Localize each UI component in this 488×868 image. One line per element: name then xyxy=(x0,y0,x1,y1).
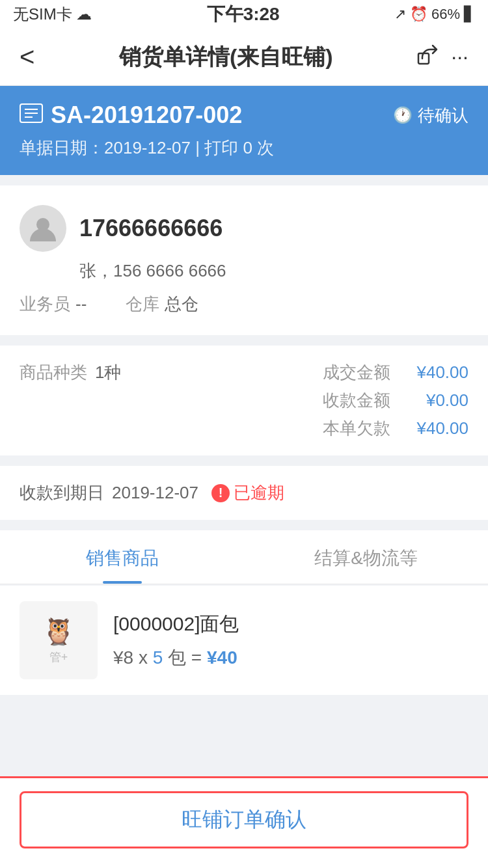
deal-amount-label: 成交金额 xyxy=(312,361,390,384)
tab-sales-products[interactable]: 销售商品 xyxy=(0,530,244,584)
due-date-label: 收款到期日 xyxy=(20,481,104,504)
due-date-card: 收款到期日 2019-12-07 ! 已逾期 xyxy=(0,466,488,520)
status-bar: 无SIM卡 ☁ 下午3:28 ↗ ⏰ 66% ▋ xyxy=(0,0,488,29)
order-id-text: SA-20191207-002 xyxy=(51,102,242,129)
warehouse-meta: 仓库 总仓 xyxy=(126,293,198,316)
product-item: 🦉 管+ [0000002]面包 ¥8 x 5 包 = ¥40 xyxy=(0,586,488,695)
customer-name: 张，156 6666 6666 xyxy=(20,260,468,282)
salesperson-meta: 业务员 -- xyxy=(20,293,87,316)
status-bar-time: 下午3:28 xyxy=(207,2,280,27)
customer-avatar xyxy=(20,205,66,252)
product-types-label: 商品种类 xyxy=(20,361,87,384)
battery-icon: ▋ xyxy=(464,6,475,23)
owed-amount-row: 本单欠款 ¥40.00 xyxy=(312,417,468,440)
warehouse-label: 仓库 xyxy=(126,293,159,316)
svg-rect-0 xyxy=(418,53,429,64)
tab-settlement[interactable]: 结算&物流等 xyxy=(244,530,488,584)
product-thumb-logo: 🦉 xyxy=(42,616,75,647)
owed-amount-label: 本单欠款 xyxy=(312,417,390,440)
battery-status: 66% xyxy=(431,6,460,23)
product-total: ¥40 xyxy=(207,647,237,668)
salesperson-label: 业务员 xyxy=(20,293,70,316)
customer-top: 17666666666 xyxy=(20,205,468,252)
due-date-value: 2019-12-07 xyxy=(112,483,198,503)
tabs-container: 销售商品 结算&物流等 xyxy=(0,530,488,584)
order-id-icon xyxy=(20,103,43,128)
received-amount-row: 收款金额 ¥0.00 xyxy=(312,389,468,412)
status-bar-right: ↗ ⏰ 66% ▋ xyxy=(394,6,475,23)
owed-amount-value: ¥40.00 xyxy=(403,418,468,439)
product-qty: 5 xyxy=(153,647,163,668)
order-status: 🕐 待确认 xyxy=(393,104,468,127)
bottom-btn-container: 旺铺订单确认 xyxy=(0,776,488,868)
deal-amount-value: ¥40.00 xyxy=(403,362,468,383)
confirm-order-button[interactable]: 旺铺订单确认 xyxy=(20,791,468,848)
share-button[interactable] xyxy=(417,44,438,70)
product-thumb-text: 管+ xyxy=(49,649,68,665)
nav-bar: < 销货单详情(来自旺铺) ··· xyxy=(0,29,488,86)
order-header-top: SA-20191207-002 🕐 待确认 xyxy=(20,102,468,129)
status-bar-left: 无SIM卡 ☁ xyxy=(13,4,92,25)
alarm-icon: ⏰ xyxy=(410,6,427,23)
summary-left: 商品种类 1种 xyxy=(20,361,121,384)
product-price: ¥8 xyxy=(113,647,133,668)
product-types-value: 1种 xyxy=(95,361,121,384)
warehouse-value: 总仓 xyxy=(165,293,198,316)
product-equals: = xyxy=(191,647,207,668)
overdue-icon: ! xyxy=(211,484,230,502)
overdue-text: 已逾期 xyxy=(234,481,284,504)
order-date: 单据日期：2019-12-07 | 打印 0 次 xyxy=(20,137,468,159)
customer-phone: 17666666666 xyxy=(79,215,223,242)
product-name: [0000002]面包 xyxy=(113,611,468,638)
page-title: 销货单详情(来自旺铺) xyxy=(119,42,333,72)
more-button[interactable]: ··· xyxy=(451,45,468,69)
salesperson-value: -- xyxy=(75,294,87,314)
product-price-line: ¥8 x 5 包 = ¥40 xyxy=(113,645,468,670)
deal-amount-row: 成交金额 ¥40.00 xyxy=(312,361,468,384)
product-unit: 包 xyxy=(168,647,186,668)
summary-card: 商品种类 1种 成交金额 ¥40.00 收款金额 ¥0.00 本单欠款 ¥40.… xyxy=(0,346,488,455)
customer-card: 17666666666 张，156 6666 6666 业务员 -- 仓库 总仓 xyxy=(0,185,488,335)
received-amount-label: 收款金额 xyxy=(312,389,390,412)
clock-icon: 🕐 xyxy=(393,106,413,124)
customer-meta: 业务员 -- 仓库 总仓 xyxy=(20,293,468,316)
order-status-text: 待确认 xyxy=(418,104,468,127)
order-header: SA-20191207-002 🕐 待确认 单据日期：2019-12-07 | … xyxy=(0,86,488,175)
product-info: [0000002]面包 ¥8 x 5 包 = ¥40 xyxy=(113,611,468,670)
product-multiply: x xyxy=(139,647,153,668)
order-id: SA-20191207-002 xyxy=(20,102,242,129)
received-amount-value: ¥0.00 xyxy=(403,390,468,411)
nav-actions: ··· xyxy=(417,44,468,70)
summary-right: 成交金额 ¥40.00 收款金额 ¥0.00 本单欠款 ¥40.00 xyxy=(312,361,468,440)
location-icon: ↗ xyxy=(394,6,406,23)
overdue-badge: ! 已逾期 xyxy=(211,481,284,504)
sim-status: 无SIM卡 ☁ xyxy=(13,4,92,25)
product-thumbnail: 🦉 管+ xyxy=(20,601,98,679)
back-button[interactable]: < xyxy=(20,42,34,72)
product-list: 🦉 管+ [0000002]面包 ¥8 x 5 包 = ¥40 xyxy=(0,586,488,695)
